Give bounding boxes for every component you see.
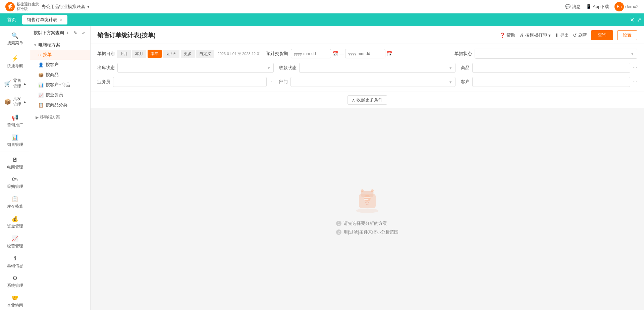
svg-point-8 [365,202,366,203]
help-icon: ❓ [499,33,505,38]
sidebar-divider-3 [0,152,30,152]
scheme-collapse-btn[interactable]: « [80,30,87,36]
sidebar-item-retail[interactable]: 🛒 零售管理 ▴ [0,74,30,93]
logo-icon: 畅 [5,2,15,11]
payment-arrow-icon: ▾ [449,65,452,70]
tab-sales-order-stats[interactable]: 销售订单统计表 ✕ [22,15,67,24]
svg-point-9 [368,202,369,203]
date-btn-this-year[interactable]: 本年 [148,50,162,58]
sidebar-item-wholesale[interactable]: 📦 批发管理 ▴ [0,93,30,111]
sidebar-item-basic-info[interactable]: ℹ 基础信息 [0,252,30,271]
scheme-item-by-customer[interactable]: 👤 按客户 [30,60,90,70]
help-btn[interactable]: ❓ 帮助 [499,32,515,38]
customer-input[interactable] [472,77,630,87]
title-bar[interactable]: 办公用品行业模拟账套 ▾ [42,4,90,10]
sidebar-item-inventory[interactable]: 📋 库存核算 [0,192,30,212]
date-btn-last-month[interactable]: 上月 [117,50,131,58]
tab-close-window-icon[interactable]: ✕ [630,17,634,23]
app-download-icon: 📱 [586,4,591,9]
goods-more-icon[interactable]: ··· [633,65,637,71]
sidebar-item-enterprise[interactable]: 🤝 企业协同 [0,291,30,310]
filter-row-2: 出库状态 ▾ 收款状态 ▾ 商品 ··· [97,63,637,73]
delivery-status-select[interactable]: ▾ [117,63,274,73]
marketing-icon: 📢 [11,114,18,121]
refresh-btn[interactable]: ↺ 刷新 [573,32,587,38]
sidebar-item-search-menu[interactable]: 🔍 搜索菜单 [0,29,30,49]
top-nav-right: 💬 消息 📱 App下载 Ea demo2 [565,2,639,11]
collapse-btn[interactable]: ∧ 收起更多条件 [347,95,387,105]
sidebar-item-ecommerce[interactable]: 🖥 电商管理 [0,153,30,173]
customer-more-icon[interactable]: ··· [633,79,637,85]
collapse-up-icon: ∧ [352,98,355,103]
sidebar-item-system[interactable]: ⚙ 系统管理 [0,271,30,291]
date-btn-this-month[interactable]: 本月 [132,50,146,58]
scheme-group-pc-header[interactable]: ▼ 电脑端方案 [30,40,90,50]
print-btn[interactable]: 🖨 按模板打印 ▾ [519,32,551,38]
filter-row-1: 单据日期 上月 本月 本年 近7天 更多 自定义 2023-01-01 至 20… [97,49,637,59]
scheme-panel-header: 按以下方案查询 + ✎ « [30,26,90,39]
sidebar-item-business[interactable]: 📈 经营管理 [0,232,30,252]
date-btn-custom[interactable]: 自定义 [196,50,214,58]
scheme-item-by-customer-goods[interactable]: 📊 按客户+商品 [30,80,90,90]
tab-home[interactable]: 首页 [3,15,21,24]
scheme-group-mobile-header[interactable]: ▶ 移动端方案 [30,113,90,122]
scheme-item-by-order[interactable]: ○ 按单 [30,50,90,60]
title-bar-arrow-icon[interactable]: ▾ [87,4,90,9]
by-goods-icon: 📦 [38,72,44,78]
doc-status-select[interactable]: ▾ [475,49,637,59]
date-btn-more[interactable]: 更多 [181,50,195,58]
app-download-btn[interactable]: 📱 App下载 [586,4,609,10]
cal-from-icon[interactable]: 📅 [332,51,338,56]
scheme-item-by-salesperson[interactable]: 📈 按业务员 [30,90,90,100]
svg-rect-4 [364,197,371,198]
salesperson-input[interactable] [113,77,267,87]
tip-num-2: 2 [336,229,341,235]
svg-point-6 [361,189,364,192]
sidebar-item-finance[interactable]: 💰 资金管理 [0,212,30,232]
sidebar-divider-2 [0,73,30,73]
date-btn-last-7[interactable]: 近7天 [163,50,179,58]
department-select[interactable]: ▾ [290,77,455,87]
scheme-item-by-category[interactable]: 📋 按商品分类 [30,100,90,110]
message-icon: 💬 [565,4,571,9]
filter-customer: 客户 ··· [461,77,637,87]
print-arrow-icon: ▾ [548,33,551,38]
scheme-group-pc: ▼ 电脑端方案 ○ 按单 👤 按客户 📦 按商品 📊 按客户+商品 📈 按业 [30,39,90,111]
group-pc-arrow-icon: ▼ [34,43,37,47]
export-btn[interactable]: ⬇ 导出 [555,32,569,38]
collapse-row: ∧ 收起更多条件 [91,92,644,108]
salesperson-more-icon[interactable]: ··· [269,79,274,85]
by-customer-goods-icon: 📊 [38,83,44,88]
tab-expand-icon[interactable]: ⤢ [637,17,641,23]
sidebar: 🔍 搜索菜单 ⚡ 快捷导航 🛒 零售管理 ▴ 📦 批发管理 [0,26,30,310]
goods-input[interactable] [472,63,630,73]
filter-doc-status: 单据状态 ▾ [454,49,637,59]
filter-goods: 商品 ··· [461,63,637,73]
scheme-edit-btn[interactable]: ✎ [72,30,79,36]
system-icon: ⚙ [12,275,17,282]
sidebar-item-quick-nav[interactable]: ⚡ 快捷导航 [0,52,30,71]
tab-close-icon[interactable]: ✕ [59,17,63,22]
sidebar-nav: 🔍 搜索菜单 ⚡ 快捷导航 🛒 零售管理 ▴ 📦 批发管理 [0,29,30,310]
empty-illustration [351,183,384,216]
scheme-add-btn[interactable]: + [64,30,71,36]
scheme-item-by-goods[interactable]: 📦 按商品 [30,70,90,80]
page-title-row: 销售订单统计表(按单) ❓ 帮助 🖨 按模板打印 ▾ ⬇ 导出 [97,30,637,44]
by-customer-icon: 👤 [38,62,44,67]
message-btn[interactable]: 💬 消息 [565,4,581,10]
expected-date-to[interactable] [345,49,385,58]
sidebar-item-purchase[interactable]: 🛍 采购管理 [0,173,30,192]
sidebar-divider-1 [0,50,30,50]
page-header: 销售订单统计表(按单) ❓ 帮助 🖨 按模板打印 ▾ ⬇ 导出 [91,26,644,44]
sidebar-item-marketing[interactable]: 📢 营销推广 [0,111,30,131]
expected-date-from[interactable] [291,49,331,58]
user-area[interactable]: Ea demo2 [614,2,639,11]
sidebar-item-sales-mgmt[interactable]: 📊 销售管理 [0,131,30,150]
svg-point-7 [371,189,374,192]
cal-to-icon[interactable]: 📅 [387,51,392,56]
payment-status-select[interactable]: ▾ [299,63,455,73]
settings-btn[interactable]: 设置 [617,30,637,40]
query-btn[interactable]: 查询 [591,30,613,40]
scheme-panel: 按以下方案查询 + ✎ « ▼ 电脑端方案 ○ 按单 👤 按客户 📦 按商 [30,26,91,310]
enterprise-icon: 🤝 [11,295,18,302]
